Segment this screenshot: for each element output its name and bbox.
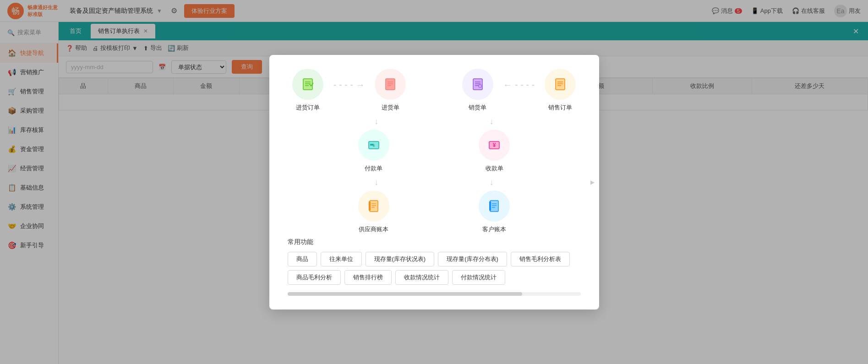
- svg-rect-8: [473, 79, 482, 90]
- scrollbar-thumb: [288, 292, 522, 296]
- svg-rect-27: [490, 201, 498, 212]
- func-btn-receipt-stats[interactable]: 收款情况统计: [395, 270, 448, 285]
- purchase-bill-icon: [375, 69, 406, 100]
- flow-node-supplier-ledger[interactable]: 供应商账本: [358, 190, 389, 234]
- func-btn-stock-status[interactable]: 现存量(库存状况表): [366, 252, 435, 266]
- sales-bill-icon: [462, 69, 493, 100]
- flow-diagram: 进货订单 - - - - → 进: [288, 69, 581, 234]
- common-functions-title: 常用功能: [288, 238, 581, 246]
- svg-text:¥: ¥: [372, 143, 375, 148]
- flow-node-purchase-bill[interactable]: 进货单: [375, 69, 406, 112]
- func-btn-sales-ranking[interactable]: 销售排行榜: [344, 270, 392, 285]
- flow-node-customer-ledger[interactable]: 客户账本: [479, 190, 510, 234]
- func-btn-payment-stats[interactable]: 付款情况统计: [452, 270, 505, 285]
- common-functions: 常用功能 商品 往来单位 现存量(库存状况表) 现存量(库存分布表) 销售毛利分…: [288, 238, 581, 285]
- func-buttons: 商品 往来单位 现存量(库存状况表) 现存量(库存分布表) 销售毛利分析表 商品…: [288, 252, 581, 285]
- payment-bill-icon: ¥: [358, 130, 389, 161]
- svg-rect-23: [369, 201, 371, 211]
- arrow-down-payment: ↓: [374, 176, 378, 189]
- arrow-1: - - - - →: [333, 80, 365, 90]
- scroll-arrows: ▶: [590, 179, 595, 185]
- scroll-arrow-right[interactable]: ▶: [590, 179, 595, 185]
- func-btn-stock-dist[interactable]: 现存量(库存分布表): [438, 252, 507, 266]
- arrow-2: ← - - - -: [503, 80, 535, 90]
- flow-node-sales-bill[interactable]: 销货单: [462, 69, 493, 112]
- svg-rect-13: [556, 79, 565, 90]
- svg-rect-4: [386, 79, 395, 90]
- svg-rect-0: [303, 79, 312, 90]
- arrow-down-sales: ↓: [490, 115, 494, 128]
- receipt-bill-icon: ¥: [479, 130, 510, 161]
- func-btn-sales-gross[interactable]: 销售毛利分析表: [511, 252, 570, 266]
- modal-scrollbar[interactable]: [288, 292, 581, 296]
- purchase-order-icon: [292, 69, 323, 100]
- modal-box: 进货订单 - - - - → 进: [269, 55, 599, 310]
- func-btn-product[interactable]: 商品: [288, 252, 317, 266]
- flow-node-sales-order[interactable]: 销售订单: [545, 69, 576, 112]
- arrow-down-receipt: ↓: [490, 176, 494, 189]
- flow-node-payment-bill[interactable]: ¥ 付款单: [358, 130, 389, 173]
- modal-overlay: 进货订单 - - - - → 进: [0, 0, 868, 364]
- svg-rect-28: [489, 201, 491, 211]
- sales-order-icon: [545, 69, 576, 100]
- flow-node-purchase-order[interactable]: 进货订单: [292, 69, 323, 112]
- func-btn-product-gross[interactable]: 商品毛利分析: [288, 270, 341, 285]
- customer-ledger-icon: [479, 190, 510, 222]
- arrow-down-purchase: ↓: [374, 115, 378, 128]
- svg-rect-22: [370, 201, 378, 212]
- flow-node-receipt-bill[interactable]: ¥ 收款单: [479, 130, 510, 173]
- supplier-ledger-icon: [358, 190, 389, 222]
- svg-text:¥: ¥: [493, 142, 496, 148]
- func-btn-partners[interactable]: 往来单位: [321, 252, 362, 266]
